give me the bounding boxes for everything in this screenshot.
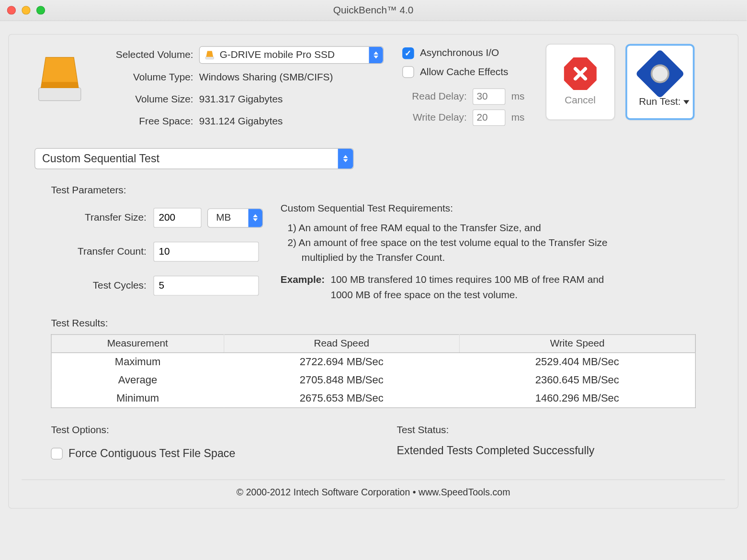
footer-copyright: © 2000-2012 Intech Software Corporation … <box>22 480 725 498</box>
run-test-button-label: Run Test: <box>639 96 680 108</box>
test-cycles-label: Test Cycles: <box>51 280 153 291</box>
volume-type-label: Volume Type: <box>103 71 199 83</box>
volume-select-value: G-DRIVE mobile Pro SSD <box>220 49 369 61</box>
dropdown-caret-icon <box>338 149 353 169</box>
transfer-size-unit-select[interactable]: MB <box>207 208 263 227</box>
transfer-size-unit-value: MB <box>216 212 231 224</box>
app-window: QuickBench™ 4.0 Selected Volume: <box>0 0 747 560</box>
force-contiguous-checkbox[interactable] <box>51 448 62 459</box>
requirement-2: 2) An amount of free space on the test v… <box>287 235 626 265</box>
volume-size-value: 931.317 Gigabytes <box>199 94 283 105</box>
test-type-select[interactable]: Custom Sequential Test <box>34 148 354 169</box>
table-row: Maximum 2722.694 MB/Sec 2529.404 MB/Sec <box>51 353 695 371</box>
transfer-size-label: Transfer Size: <box>51 212 153 224</box>
free-space-label: Free Space: <box>103 116 199 127</box>
dropdown-caret-icon <box>369 47 383 63</box>
volume-type-value: Windows Sharing (SMB/CIFS) <box>199 71 333 83</box>
free-space-value: 931.124 Gigabytes <box>199 116 283 127</box>
force-contiguous-label: Force Contiguous Test File Space <box>68 447 235 460</box>
cancel-button-label: Cancel <box>565 95 596 106</box>
col-read-speed: Read Speed <box>224 335 459 353</box>
run-test-dropdown-icon <box>683 100 689 104</box>
requirement-1: 1) An amount of free RAM equal to the Tr… <box>287 220 626 235</box>
dropdown-caret-icon <box>249 209 262 227</box>
cache-effects-label: Allow Cache Effects <box>420 66 509 78</box>
test-status-heading: Test Status: <box>397 425 696 436</box>
main-panel: Selected Volume: G-DRIVE mobile Pro SSD <box>8 34 738 509</box>
read-delay-input[interactable] <box>473 89 505 105</box>
write-delay-label: Write Delay: <box>402 112 467 123</box>
titlebar: QuickBench™ 4.0 <box>0 0 747 21</box>
volume-mini-icon <box>204 50 215 60</box>
drive-icon <box>22 44 98 109</box>
transfer-count-label: Transfer Count: <box>51 246 153 258</box>
read-delay-label: Read Delay: <box>402 91 467 102</box>
table-row: Average 2705.848 MB/Sec 2360.645 MB/Sec <box>51 371 695 389</box>
test-status-text: Extended Tests Completed Successfully <box>397 444 696 457</box>
cancel-icon <box>564 57 596 90</box>
window-title: QuickBench™ 4.0 <box>0 4 747 16</box>
transfer-size-input[interactable] <box>153 208 201 228</box>
volume-size-label: Volume Size: <box>103 94 199 105</box>
async-io-checkbox[interactable]: ✓ <box>402 47 414 59</box>
transfer-count-input[interactable] <box>153 242 259 262</box>
read-delay-unit: ms <box>511 91 525 102</box>
svg-rect-0 <box>39 88 81 101</box>
cache-effects-checkbox[interactable] <box>402 66 414 78</box>
test-results-heading: Test Results: <box>51 318 725 329</box>
run-test-button[interactable]: Run Test: <box>625 44 694 120</box>
example-label: Example: <box>281 272 325 302</box>
write-delay-unit: ms <box>511 112 525 123</box>
async-io-label: Asynchronous I/O <box>420 47 499 59</box>
write-delay-input[interactable] <box>473 110 505 126</box>
col-write-speed: Write Speed <box>459 335 695 353</box>
volume-select[interactable]: G-DRIVE mobile Pro SSD <box>199 46 384 64</box>
stopwatch-icon <box>642 56 677 91</box>
results-table: Measurement Read Speed Write Speed Maxim… <box>51 334 696 408</box>
test-parameters-heading: Test Parameters: <box>51 184 725 196</box>
cancel-button[interactable]: Cancel <box>545 44 614 120</box>
test-options-heading: Test Options: <box>51 425 350 436</box>
example-text: 100 MB transfered 10 times requires 100 … <box>330 272 626 302</box>
svg-rect-1 <box>205 57 214 59</box>
io-options: ✓ Asynchronous I/O Allow Cache Effects R… <box>402 44 524 128</box>
requirements-title: Custom Sequential Test Requirements: <box>281 201 626 215</box>
table-row: Minimum 2675.653 MB/Sec 1460.296 MB/Sec <box>51 389 695 408</box>
test-cycles-input[interactable] <box>153 276 259 296</box>
volume-info: Selected Volume: G-DRIVE mobile Pro SSD <box>103 44 384 133</box>
requirements-text: Custom Sequential Test Requirements: 1) … <box>281 201 626 302</box>
selected-volume-label: Selected Volume: <box>103 49 199 61</box>
test-type-value: Custom Sequential Test <box>42 152 159 165</box>
col-measurement: Measurement <box>51 335 224 353</box>
